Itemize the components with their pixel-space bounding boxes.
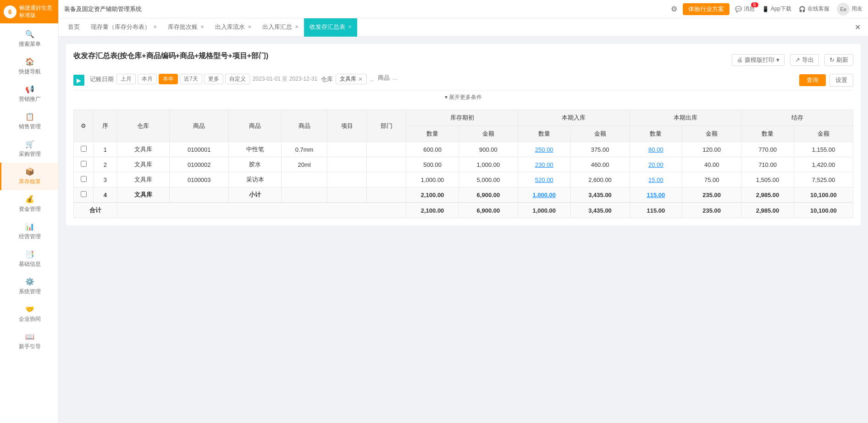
filter-toggle-button[interactable]: ▶ xyxy=(73,75,84,86)
sidebar-item-marketing[interactable]: 📢 营销推广 xyxy=(0,80,58,108)
warehouse-more-button[interactable]: ... xyxy=(370,76,374,82)
cell-in-qty[interactable]: 1,000.00 xyxy=(518,187,570,203)
warehouse-tag-close[interactable]: ✕ xyxy=(358,76,363,82)
cell-checkbox[interactable] xyxy=(74,157,94,172)
footer-bal-qty: 2,985.00 xyxy=(741,203,794,218)
settings-icon[interactable]: ⚙ xyxy=(671,5,677,13)
tab-inventory-dist-close[interactable]: ✕ xyxy=(153,24,157,29)
warehouse-tag-text: 文具库 xyxy=(340,75,356,83)
sidebar-item-search[interactable]: 🔍 搜索菜单 xyxy=(0,25,58,53)
online-service-action[interactable]: 🎧 在线客服 xyxy=(799,5,829,13)
tab-inout-flow-close[interactable]: ✕ xyxy=(248,24,251,29)
sidebar-item-system[interactable]: ⚙️ 系统管理 xyxy=(0,273,58,300)
user-action[interactable]: Ea 用友 xyxy=(837,3,862,16)
collab-icon: 🤝 xyxy=(25,305,34,313)
date-btn-this-month[interactable]: 本月 xyxy=(138,74,157,84)
tab-recv-send-summary[interactable]: 收发存汇总表 ✕ xyxy=(304,18,357,37)
link-value[interactable]: 20.00 xyxy=(648,161,663,168)
sidebar-item-sales[interactable]: 📋 销售管理 xyxy=(0,108,58,135)
goods-more-button[interactable]: ... xyxy=(393,75,397,81)
query-button[interactable]: 查询 xyxy=(799,74,826,86)
cell-open-qty: 2,100.00 xyxy=(406,187,459,203)
tab-inout-summary-close[interactable]: ✕ xyxy=(295,24,299,29)
date-btn-last-month[interactable]: 上月 xyxy=(116,74,136,84)
print-button[interactable]: 🖨 拨模版打印 ▾ xyxy=(732,54,785,66)
cell-name: 中性笔 xyxy=(229,142,282,157)
warehouse-label: 仓库 xyxy=(321,75,333,83)
sidebar-item-basic[interactable]: 📑 基础信息 xyxy=(0,245,58,273)
sidebar-nav: 🔍 搜索菜单 🏠 快捷导航 📢 营销推广 📋 销售管理 🛒 采购管理 📦 库存核… xyxy=(0,23,58,423)
tab-batch-close[interactable]: ✕ xyxy=(200,24,204,29)
user-label: 用友 xyxy=(851,5,862,13)
header-actions: 💬 消息 6 📱 App下载 🎧 在线客服 Ea 用友 xyxy=(735,3,862,16)
cell-out-qty[interactable]: 20.00 xyxy=(630,157,682,172)
link-value[interactable]: 80.00 xyxy=(648,146,663,153)
main-area: 装备及固定资产辅助管理系统 ⚙ 体验行业方案 💬 消息 6 📱 App下载 🎧 … xyxy=(59,0,868,423)
message-icon: 💬 xyxy=(735,6,742,12)
sidebar-item-collab[interactable]: 🤝 企业协同 xyxy=(0,300,58,328)
goods-label: 商品 xyxy=(378,74,390,82)
th-settings[interactable]: ⚙ xyxy=(74,110,94,142)
date-btn-7days[interactable]: 近7天 xyxy=(180,74,202,84)
sidebar-item-guide[interactable]: 📖 新手引导 xyxy=(0,328,58,355)
th-dept: 部门 xyxy=(367,110,406,142)
cell-bal-qty: 710.00 xyxy=(741,157,794,172)
date-btn-this-year[interactable]: 本年 xyxy=(159,74,178,84)
tab-inout-flow[interactable]: 出入库流水 ✕ xyxy=(210,18,257,37)
cell-in-qty[interactable]: 230.00 xyxy=(518,157,570,172)
export-button[interactable]: ↗ 导出 xyxy=(790,54,819,66)
link-value[interactable]: 1,000.00 xyxy=(532,192,556,198)
th-in-group: 本期入库 xyxy=(518,110,630,126)
cell-open-amt: 1,000.00 xyxy=(459,157,518,172)
app-download-action[interactable]: 📱 App下载 xyxy=(762,5,791,13)
sidebar-item-purchase[interactable]: 🛒 采购管理 xyxy=(0,135,58,163)
date-btn-custom[interactable]: 自定义 xyxy=(225,74,250,84)
sidebar-item-business[interactable]: 📊 经营管理 xyxy=(0,218,58,245)
trial-button[interactable]: 体验行业方案 xyxy=(683,3,730,15)
link-value[interactable]: 230.00 xyxy=(535,161,553,168)
expand-conditions-button[interactable]: ▾ 展开更多条件 xyxy=(445,93,482,101)
sales-icon: 📋 xyxy=(25,112,34,121)
tab-batch-label: 库存批次账 xyxy=(168,23,198,31)
refresh-icon: ↻ xyxy=(829,56,835,63)
th-opening-group: 库存期初 xyxy=(406,110,518,126)
cell-checkbox[interactable] xyxy=(74,142,94,157)
cell-out-qty[interactable]: 115.00 xyxy=(630,187,682,203)
sidebar-item-inventory[interactable]: 📦 库存核算 xyxy=(0,163,58,190)
cell-in-qty[interactable]: 520.00 xyxy=(518,172,570,187)
link-value[interactable]: 115.00 xyxy=(647,192,665,198)
cell-project xyxy=(327,172,367,187)
table-settings-icon[interactable]: ⚙ xyxy=(81,122,86,129)
cell-in-qty[interactable]: 250.00 xyxy=(518,142,570,157)
cell-out-amt: 235.00 xyxy=(682,187,741,203)
date-btn-more[interactable]: 更多 xyxy=(204,74,223,84)
tab-recv-send-summary-close[interactable]: ✕ xyxy=(348,24,352,29)
cell-dept xyxy=(367,187,406,203)
tab-bar-close-all[interactable]: ✕ xyxy=(851,23,864,32)
refresh-button[interactable]: ↻ 刷新 xyxy=(824,54,853,66)
link-value[interactable]: 250.00 xyxy=(535,146,553,153)
sidebar-item-finance[interactable]: 💰 资金管理 xyxy=(0,190,58,218)
cell-out-qty[interactable]: 80.00 xyxy=(630,142,682,157)
tab-inventory-dist-label: 现存量（库存分布表） xyxy=(91,23,150,31)
sidebar-item-label: 销售管理 xyxy=(19,123,41,131)
filter-settings-button[interactable]: 设置 xyxy=(829,74,853,87)
date-label: 记账日期 xyxy=(90,75,114,83)
cell-checkbox[interactable] xyxy=(74,187,94,203)
message-action[interactable]: 💬 消息 6 xyxy=(735,5,755,13)
warehouse-filter-tag: 文具库 ✕ xyxy=(336,74,367,84)
tab-inventory-dist[interactable]: 现存量（库存分布表） ✕ xyxy=(85,18,162,37)
tab-home[interactable]: 首页 xyxy=(62,18,85,37)
th-open-amt: 金额 xyxy=(459,126,518,142)
link-value[interactable]: 15.00 xyxy=(648,176,663,183)
link-value[interactable]: 520.00 xyxy=(535,176,553,183)
filter-fields: 记账日期 上月 本月 本年 近7天 更多 自定义 2023-01-01 至 20… xyxy=(90,74,794,84)
marketing-icon: 📢 xyxy=(25,85,34,93)
table-row: 3 文具库 0100003 采访本 1,000.00 5,000.00 520.… xyxy=(74,172,853,187)
cell-checkbox[interactable] xyxy=(74,172,94,187)
sidebar-item-quick-nav[interactable]: 🏠 快捷导航 xyxy=(0,53,58,80)
footer-out-qty: 115.00 xyxy=(630,203,682,218)
cell-out-qty[interactable]: 15.00 xyxy=(630,172,682,187)
tab-batch[interactable]: 库存批次账 ✕ xyxy=(162,18,210,37)
tab-inout-summary[interactable]: 出入库汇总 ✕ xyxy=(257,18,304,37)
